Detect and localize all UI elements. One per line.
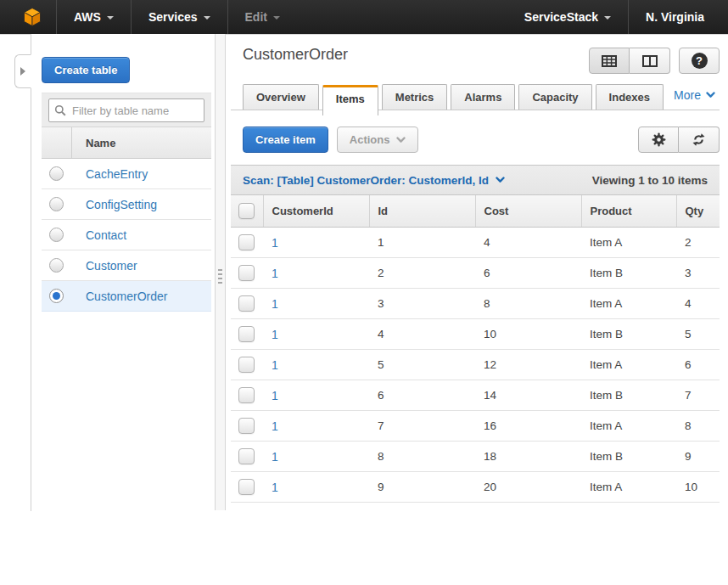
tab-indexes[interactable]: Indexes bbox=[596, 84, 664, 110]
items-toolbar: Create item Actions bbox=[231, 127, 720, 153]
name-column-header[interactable]: Name bbox=[72, 127, 115, 158]
row-checkbox[interactable] bbox=[238, 295, 255, 312]
tab-alarms[interactable]: Alarms bbox=[451, 84, 515, 110]
nav-region-menu[interactable]: N. Virginia bbox=[629, 0, 721, 34]
cell-id: 8 bbox=[369, 442, 475, 472]
radio-dot bbox=[53, 292, 60, 300]
items-table: CustomerIdIdCostProductQty 114Item A2126… bbox=[231, 195, 720, 503]
row-checkbox-cell bbox=[231, 380, 263, 411]
table-name-link[interactable]: CustomerOrder bbox=[86, 290, 167, 303]
tab-overview[interactable]: Overview bbox=[243, 84, 319, 110]
create-item-button[interactable]: Create item bbox=[243, 127, 328, 153]
scan-query-label: Scan: [Table] CustomerOrder: CustomerId,… bbox=[243, 174, 489, 187]
column-header-customerid[interactable]: CustomerId bbox=[263, 195, 369, 228]
customer-id-link[interactable]: 1 bbox=[272, 450, 278, 464]
item-row: 1920Item A10 bbox=[231, 472, 720, 503]
nav-account-menu[interactable]: ServiceStack bbox=[507, 0, 628, 34]
nav-edit-menu[interactable]: Edit bbox=[228, 0, 297, 34]
row-checkbox-cell bbox=[231, 319, 263, 350]
cell-customerid: 1 bbox=[263, 442, 369, 472]
settings-button[interactable] bbox=[638, 127, 679, 153]
table-select-radio[interactable] bbox=[49, 258, 64, 273]
row-checkbox[interactable] bbox=[238, 234, 255, 250]
table-name-link[interactable]: ConfigSetting bbox=[86, 198, 157, 211]
item-row: 114Item A2 bbox=[231, 228, 720, 258]
table-select-radio[interactable] bbox=[49, 289, 64, 303]
customer-id-link[interactable]: 1 bbox=[272, 328, 278, 341]
refresh-button[interactable] bbox=[679, 127, 720, 153]
table-list-row-customer[interactable]: Customer bbox=[42, 250, 211, 281]
split-view-button[interactable] bbox=[630, 48, 670, 74]
table-list-row-customerorder[interactable]: CustomerOrder bbox=[42, 281, 211, 312]
row-checkbox[interactable] bbox=[238, 479, 255, 495]
gear-icon bbox=[652, 132, 666, 147]
help-button[interactable]: ? bbox=[679, 48, 720, 74]
grid-view-icon bbox=[602, 55, 617, 67]
create-table-button[interactable]: Create table bbox=[42, 57, 130, 83]
column-header-id[interactable]: Id bbox=[369, 195, 475, 228]
sidebar-collapse-toggle[interactable] bbox=[14, 54, 31, 88]
tab-capacity[interactable]: Capacity bbox=[518, 84, 591, 110]
row-checkbox[interactable] bbox=[238, 265, 255, 281]
nav-aws-menu[interactable]: AWS bbox=[57, 0, 131, 34]
cell-customerid: 1 bbox=[263, 380, 369, 411]
cell-product: Item A bbox=[581, 289, 676, 319]
scan-query-toggle[interactable]: Scan: [Table] CustomerOrder: CustomerId,… bbox=[243, 174, 505, 187]
table-select-radio[interactable] bbox=[49, 228, 64, 242]
nav-edit-label: Edit bbox=[245, 10, 267, 24]
table-list-header: Name bbox=[42, 127, 211, 159]
filter-band bbox=[42, 93, 211, 127]
actions-dropdown-button[interactable]: Actions bbox=[337, 127, 419, 153]
item-row: 1410Item B5 bbox=[231, 319, 720, 350]
column-header-qty[interactable]: Qty bbox=[676, 195, 720, 228]
table-name-link[interactable]: Customer bbox=[86, 259, 137, 273]
customer-id-link[interactable]: 1 bbox=[272, 481, 278, 494]
aws-dynamodb-console: AWS Services Edit ServiceStack N. Virgin… bbox=[0, 0, 728, 585]
grid-view-button[interactable] bbox=[589, 48, 630, 74]
table-filter-input[interactable] bbox=[70, 104, 199, 118]
customer-id-link[interactable]: 1 bbox=[272, 389, 278, 402]
cell-cost: 18 bbox=[475, 442, 581, 472]
table-list-row-contact[interactable]: Contact bbox=[42, 220, 211, 250]
row-checkbox-cell bbox=[231, 411, 263, 442]
table-list-row-cacheentry[interactable]: CacheEntry bbox=[42, 159, 211, 189]
table-list-row-configsetting[interactable]: ConfigSetting bbox=[42, 189, 211, 220]
column-header-product[interactable]: Product bbox=[581, 195, 676, 228]
cell-cost: 20 bbox=[475, 472, 581, 503]
row-checkbox[interactable] bbox=[238, 387, 255, 403]
select-all-checkbox[interactable] bbox=[238, 203, 255, 219]
item-row: 1716Item A8 bbox=[231, 411, 720, 442]
tables-sidebar: Create table Name CacheEntryConfigSettin… bbox=[31, 34, 215, 511]
split-view-icon bbox=[642, 55, 658, 67]
customer-id-link[interactable]: 1 bbox=[272, 236, 278, 250]
actions-label: Actions bbox=[350, 133, 390, 146]
column-header-cost[interactable]: Cost bbox=[475, 195, 581, 228]
customer-id-link[interactable]: 1 bbox=[272, 267, 278, 280]
item-row: 138Item A4 bbox=[231, 289, 720, 319]
customer-id-link[interactable]: 1 bbox=[272, 297, 278, 311]
table-select-radio[interactable] bbox=[49, 166, 64, 181]
table-name-link[interactable]: Contact bbox=[86, 228, 126, 242]
customer-id-link[interactable]: 1 bbox=[272, 358, 278, 372]
row-checkbox[interactable] bbox=[238, 357, 255, 373]
cell-customerid: 1 bbox=[263, 472, 369, 503]
customer-id-link[interactable]: 1 bbox=[272, 419, 278, 433]
table-select-radio[interactable] bbox=[49, 197, 64, 211]
row-checkbox[interactable] bbox=[238, 448, 255, 464]
tab-items[interactable]: Items bbox=[322, 85, 378, 115]
chevron-right-icon bbox=[20, 67, 25, 76]
question-mark-icon: ? bbox=[692, 53, 708, 69]
cell-id: 4 bbox=[369, 319, 475, 350]
aws-logo-icon[interactable] bbox=[24, 8, 41, 26]
caret-down-icon bbox=[273, 16, 280, 20]
tab-metrics[interactable]: Metrics bbox=[382, 84, 448, 110]
panel-resize-handle[interactable] bbox=[215, 34, 226, 510]
nav-services-menu[interactable]: Services bbox=[132, 0, 227, 34]
header-checkbox-cell bbox=[231, 195, 263, 228]
more-tabs-menu[interactable]: More bbox=[674, 88, 715, 102]
row-checkbox[interactable] bbox=[238, 326, 255, 342]
row-checkbox[interactable] bbox=[238, 418, 255, 434]
cell-id: 9 bbox=[369, 472, 475, 503]
table-name-link[interactable]: CacheEntry bbox=[86, 167, 148, 181]
cell-product: Item B bbox=[581, 319, 676, 350]
